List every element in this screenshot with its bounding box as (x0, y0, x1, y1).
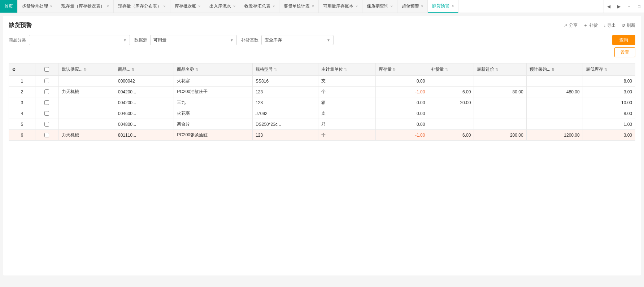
gear-th[interactable]: ⚙ (9, 63, 35, 76)
cell-stock-5: -1.00 (376, 130, 428, 141)
th-name[interactable]: 商品名称 ⇅ (174, 63, 253, 76)
cell-minstock-0: 8.00 (583, 76, 635, 87)
replenish-btn[interactable]: ＋ 补货 (583, 22, 598, 28)
cell-code-1: 004200... (115, 87, 174, 97)
tab-inventory-status[interactable]: 现存量（库存状况表） × (57, 0, 114, 13)
tab-overstock-close[interactable]: × (421, 4, 423, 8)
tab-maximize-btn[interactable]: □ (634, 0, 644, 13)
datasource-label: 数据源 (134, 37, 147, 43)
share-btn[interactable]: ↗ 分享 (564, 22, 578, 28)
refresh-btn[interactable]: ↺ 刷新 (622, 22, 635, 28)
cell-minstock-2: 10.00 (583, 97, 635, 108)
cell-unit-4: 只 (318, 119, 376, 130)
tab-batch-account[interactable]: 库存批次账 × (170, 0, 205, 13)
tab-freeze[interactable]: 拣货异常处理 × (18, 0, 57, 13)
settings-button[interactable]: 设置 (614, 47, 635, 57)
filter-fields: 商品分类 ▼ 数据源 可用量 ▼ 补货基数 安全库存 ▼ (9, 35, 612, 45)
replenish-icon: ＋ (583, 22, 588, 28)
th-min-stock[interactable]: 最低库存 ⇅ (583, 63, 635, 76)
tab-next-btn[interactable]: ▶ (614, 0, 624, 13)
tab-shortage-label: 缺货预警 (432, 3, 449, 9)
cell-supplier-1: 力天机械 (58, 87, 115, 97)
row-checkbox-2[interactable] (44, 100, 49, 105)
th-est-purchase[interactable]: 预计采购... ⇅ (526, 63, 583, 76)
cell-checkbox-0[interactable] (35, 76, 58, 87)
tab-expiry-query-close[interactable]: × (391, 4, 393, 8)
th-replenish[interactable]: 补货量 ⇅ (428, 63, 474, 76)
tab-requisition-stat-close[interactable]: × (312, 4, 314, 8)
row-checkbox-4[interactable] (44, 122, 49, 127)
datasource-select-value: 可用量 (153, 37, 230, 43)
cell-supplier-0 (58, 76, 115, 87)
cell-index-1: 2 (9, 87, 35, 97)
table-row: 3 004200... 三九 123 箱 0.00 20.00 10.00 (9, 97, 635, 108)
tab-minimize-btn[interactable]: － (624, 0, 634, 13)
cell-code-4: 004800... (115, 119, 174, 130)
th-unit-label: 主计量单位 (321, 66, 343, 72)
tab-requisition-stat[interactable]: 要货单统计表 × (279, 0, 319, 13)
cell-unit-1: 个 (318, 87, 376, 97)
cell-minstock-1: 3.00 (583, 87, 635, 97)
tab-expiry-query[interactable]: 保质期查询 × (362, 0, 397, 13)
cell-index-5: 6 (9, 130, 35, 141)
replenish-base-select-value: 安全库存 (265, 37, 327, 43)
th-est-purchase-label: 预计采购... (530, 66, 551, 72)
cell-spec-0: SS816 (253, 76, 318, 87)
th-spec[interactable]: 规格型号 ⇅ (253, 63, 318, 76)
row-checkbox-1[interactable] (44, 89, 49, 94)
tab-shortage-close[interactable]: × (452, 4, 454, 8)
datasource-select[interactable]: 可用量 ▼ (150, 35, 237, 45)
cell-index-0: 1 (9, 76, 35, 87)
th-stock[interactable]: 库存量 ⇅ (376, 63, 428, 76)
cell-checkbox-4[interactable] (35, 119, 58, 130)
tab-available-ledger-close[interactable]: × (356, 4, 358, 8)
tab-receipt-summary-close[interactable]: × (273, 4, 275, 8)
tab-shortage[interactable]: 缺货预警 × (428, 0, 458, 13)
sort-spec-icon: ⇅ (274, 67, 277, 71)
header-checkbox[interactable] (44, 67, 49, 72)
category-select[interactable]: ▼ (29, 35, 130, 45)
table-row: 2 力天机械 004200... PC200油缸庄子 123 个 -1.00 6… (9, 87, 635, 97)
cell-checkbox-5[interactable] (35, 130, 58, 141)
cell-checkbox-1[interactable] (35, 87, 58, 97)
row-checkbox-0[interactable] (44, 79, 49, 83)
tab-inventory-dist[interactable]: 现存量（库存分布表） × (114, 0, 170, 13)
tab-receipt-summary[interactable]: 收发存汇总表 × (240, 0, 279, 13)
tab-inventory-status-close[interactable]: × (107, 4, 109, 8)
row-checkbox-3[interactable] (44, 111, 49, 116)
cell-stock-3: 0.00 (376, 108, 428, 119)
table-header-row: ⚙ 默认供应... ⇅ 商品... ⇅ (9, 63, 635, 76)
tab-inventory-dist-close[interactable]: × (164, 4, 166, 8)
cell-price-1: 80.00 (474, 87, 526, 97)
tab-in-out-flow-close[interactable]: × (233, 4, 235, 8)
sort-unit-icon: ⇅ (344, 67, 347, 71)
tab-batch-account-close[interactable]: × (199, 4, 201, 8)
datasource-select-arrow: ▼ (230, 38, 234, 42)
th-latest-price[interactable]: 最新进价 ⇅ (474, 63, 526, 76)
replenish-base-select-arrow: ▼ (327, 38, 330, 42)
tab-freeze-close[interactable]: × (50, 4, 52, 8)
replenish-base-select[interactable]: 安全库存 ▼ (261, 35, 334, 45)
export-btn[interactable]: ↓ 导出 (604, 22, 616, 28)
tab-overstock[interactable]: 超储预警 × (397, 0, 428, 13)
tab-available-ledger[interactable]: 可用量库存账本 × (319, 0, 362, 13)
tab-in-out-flow[interactable]: 出入库流水 × (205, 0, 240, 13)
cell-checkbox-2[interactable] (35, 97, 58, 108)
th-code[interactable]: 商品... ⇅ (115, 63, 174, 76)
row-checkbox-5[interactable] (44, 133, 49, 137)
th-supplier[interactable]: 默认供应... ⇅ (58, 63, 115, 76)
cell-price-0 (474, 76, 526, 87)
tab-expiry-query-label: 保质期查询 (367, 3, 388, 9)
query-button[interactable]: 查询 (612, 35, 635, 45)
sort-code-icon: ⇅ (131, 67, 134, 71)
th-checkbox (35, 63, 58, 76)
tab-prev-btn[interactable]: ◀ (604, 0, 614, 13)
cell-checkbox-3[interactable] (35, 108, 58, 119)
cell-code-3: 004600... (115, 108, 174, 119)
tab-home[interactable]: 首页 (0, 0, 18, 13)
gear-icon: ⚙ (12, 67, 16, 72)
th-code-label: 商品... (118, 66, 130, 72)
tab-in-out-flow-label: 出入库流水 (209, 3, 231, 9)
cell-name-1: PC200油缸庄子 (174, 87, 253, 97)
th-unit[interactable]: 主计量单位 ⇅ (318, 63, 376, 76)
